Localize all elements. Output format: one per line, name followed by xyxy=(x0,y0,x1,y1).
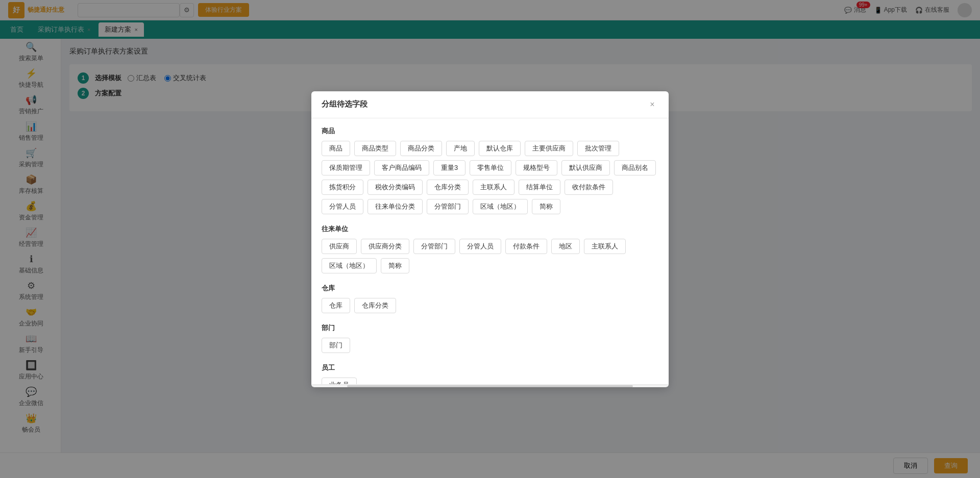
field-product-warehouse-category[interactable]: 仓库分类 xyxy=(427,180,469,195)
section-department: 部门 部门 xyxy=(322,323,658,353)
modal-close-button[interactable]: × xyxy=(646,98,658,111)
field-product-spec[interactable]: 规格型号 xyxy=(516,160,557,175)
field-product-weight[interactable]: 重量3 xyxy=(433,160,465,175)
section-product-title: 商品 xyxy=(322,127,658,136)
section-warehouse: 仓库 仓库 仓库分类 xyxy=(322,284,658,313)
scrollbar-thumb xyxy=(347,385,633,387)
modal-body: 商品 商品 商品类型 商品分类 产地 默认仓库 主要供应商 批次管理 保质期管理… xyxy=(311,118,669,384)
field-product-payment-term[interactable]: 收付款条件 xyxy=(565,180,613,195)
section-warehouse-title: 仓库 xyxy=(322,284,658,293)
field-cp-contact[interactable]: 主联系人 xyxy=(584,239,626,254)
field-product-product[interactable]: 商品 xyxy=(322,141,350,156)
field-cp-short[interactable]: 简称 xyxy=(381,258,409,273)
field-cp-payment-term[interactable]: 付款条件 xyxy=(505,239,547,254)
modal-header: 分组待选字段 × xyxy=(311,91,669,118)
field-product-counterpart-category[interactable]: 往来单位分类 xyxy=(368,199,423,214)
field-product-region[interactable]: 区域（地区） xyxy=(473,199,528,214)
modal-title: 分组待选字段 xyxy=(322,99,368,109)
field-cp-supplier-category[interactable]: 供应商分类 xyxy=(361,239,409,254)
section-warehouse-fields: 仓库 仓库分类 xyxy=(322,298,658,313)
field-cp-region[interactable]: 区域（地区） xyxy=(322,258,377,273)
section-employee-fields: 业务员 xyxy=(322,378,658,384)
field-wh-category[interactable]: 仓库分类 xyxy=(354,298,396,313)
field-dept-dept[interactable]: 部门 xyxy=(322,338,350,353)
field-product-default-warehouse[interactable]: 默认仓库 xyxy=(479,141,521,156)
field-product-tax-code[interactable]: 税收分类编码 xyxy=(368,180,423,195)
field-wh-warehouse[interactable]: 仓库 xyxy=(322,298,350,313)
section-department-fields: 部门 xyxy=(322,338,658,353)
section-product-fields: 商品 商品类型 商品分类 产地 默认仓库 主要供应商 批次管理 保质期管理 客户… xyxy=(322,141,658,214)
section-department-title: 部门 xyxy=(322,323,658,333)
horizontal-scrollbar[interactable] xyxy=(311,384,669,387)
field-product-pick-score[interactable]: 拣货积分 xyxy=(322,180,363,195)
field-cp-area[interactable]: 地区 xyxy=(551,239,580,254)
section-product: 商品 商品 商品类型 商品分类 产地 默认仓库 主要供应商 批次管理 保质期管理… xyxy=(322,127,658,214)
field-product-alias[interactable]: 商品别名 xyxy=(614,160,656,175)
field-product-origin[interactable]: 产地 xyxy=(446,141,475,156)
field-emp-salesperson[interactable]: 业务员 xyxy=(322,378,357,384)
field-product-dept[interactable]: 分管部门 xyxy=(427,199,469,214)
field-cp-manager[interactable]: 分管人员 xyxy=(459,239,501,254)
section-counterpart: 往来单位 供应商 供应商分类 分管部门 分管人员 付款条件 地区 主联系人 区域… xyxy=(322,224,658,273)
field-product-retail-unit[interactable]: 零售单位 xyxy=(470,160,511,175)
field-product-category[interactable]: 商品分类 xyxy=(400,141,442,156)
section-counterpart-title: 往来单位 xyxy=(322,224,658,234)
field-product-shelf-life[interactable]: 保质期管理 xyxy=(322,160,370,175)
section-counterpart-fields: 供应商 供应商分类 分管部门 分管人员 付款条件 地区 主联系人 区域（地区） … xyxy=(322,239,658,273)
modal: 分组待选字段 × 商品 商品 商品类型 商品分类 产地 默认仓库 主要供应商 批… xyxy=(311,91,669,387)
field-product-main-contact[interactable]: 主联系人 xyxy=(473,180,514,195)
field-product-main-supplier[interactable]: 主要供应商 xyxy=(525,141,573,156)
field-product-short-name[interactable]: 简称 xyxy=(532,199,560,214)
modal-overlay: 分组待选字段 × 商品 商品 商品类型 商品分类 产地 默认仓库 主要供应商 批… xyxy=(0,0,980,478)
field-product-type[interactable]: 商品类型 xyxy=(354,141,396,156)
section-employee: 员工 业务员 xyxy=(322,363,658,384)
field-product-settle-unit[interactable]: 结算单位 xyxy=(519,180,560,195)
field-cp-dept[interactable]: 分管部门 xyxy=(413,239,455,254)
field-product-default-supplier[interactable]: 默认供应商 xyxy=(561,160,610,175)
section-employee-title: 员工 xyxy=(322,363,658,372)
field-product-batch[interactable]: 批次管理 xyxy=(577,141,619,156)
field-product-customer-code[interactable]: 客户商品编码 xyxy=(374,160,429,175)
field-product-manager[interactable]: 分管人员 xyxy=(322,199,363,214)
field-cp-supplier[interactable]: 供应商 xyxy=(322,239,357,254)
